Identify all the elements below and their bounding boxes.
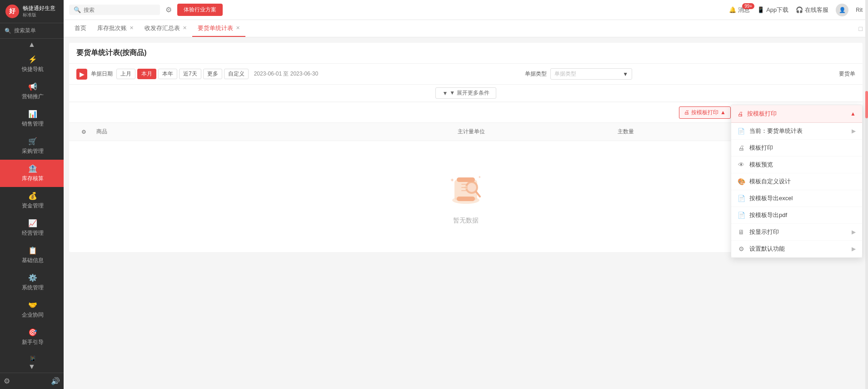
topbar-search-input[interactable] xyxy=(84,7,147,13)
sidebar-item-collab[interactable]: 🤝 企业协同 xyxy=(0,296,64,323)
sidebar-item-label: 企业协同 xyxy=(22,311,44,319)
type-select[interactable]: 单据类型 ▼ xyxy=(550,68,632,80)
headset-icon: 🎧 xyxy=(796,6,803,13)
dropdown-template-custom[interactable]: 🎨 模板自定义设计 xyxy=(731,173,862,190)
sidebar-item-finance[interactable]: 💰 资金管理 xyxy=(0,187,64,214)
username[interactable]: Rit xyxy=(856,7,863,13)
close-order-summary-tab[interactable]: ✕ xyxy=(236,25,240,31)
expand-more-button[interactable]: ▼ ▼ 展开更多条件 xyxy=(435,87,496,99)
sidebar-nav: ⚡ 快捷导航 📢 营销推广 📊 销售管理 🛒 采购管理 🏦 库存核算 💰 资金管… xyxy=(0,51,64,361)
sidebar-item-quick-nav[interactable]: ⚡ 快捷导航 xyxy=(0,51,64,78)
set-default-arrow: ▶ xyxy=(852,246,856,252)
trial-button[interactable]: 体验行业方案 xyxy=(177,4,223,16)
sidebar-item-basics[interactable]: 📋 基础信息 xyxy=(0,242,64,269)
app-download-label: App下载 xyxy=(766,6,788,14)
sidebar-search-label: 搜索菜单 xyxy=(14,27,36,35)
dropdown-export-pdf[interactable]: 📄 按模板导出pdf xyxy=(731,207,862,224)
template-print-icon: 🖨 xyxy=(738,144,745,152)
template-preview-label: 模板预览 xyxy=(749,161,773,169)
tab-order-summary[interactable]: 要货单统计表 ✕ xyxy=(192,20,245,37)
online-service-link[interactable]: 🎧 在线客服 xyxy=(796,6,828,14)
date-prev-month[interactable]: 上月 xyxy=(116,69,135,79)
export-pdf-label: 按模板导出pdf xyxy=(749,211,787,219)
col-settings[interactable]: ⚙ xyxy=(75,129,93,135)
tab-order-summary-label: 要货单统计表 xyxy=(198,24,233,32)
template-print-label: 模板打印 xyxy=(749,144,773,152)
date-range-display: 2023-06-01 至 2023-06-30 xyxy=(254,70,318,78)
sidebar-item-inventory[interactable]: 🏦 库存核算 xyxy=(0,160,64,187)
settings-footer-icon[interactable]: ⚙ xyxy=(4,377,10,385)
dropdown-current-item[interactable]: 📄 当前：要货单统计表 ▶ xyxy=(731,123,862,140)
dropdown-template-preview[interactable]: 👁 模板预览 xyxy=(731,157,862,173)
template-preview-icon: 👁 xyxy=(738,161,745,168)
col-unit: 主计量单位 xyxy=(394,128,549,136)
print-button[interactable]: 🖨 按模板打印 ▲ xyxy=(679,106,731,119)
app-download-link[interactable]: 📱 App下载 xyxy=(757,6,788,14)
yh-filter-label: 要货单 xyxy=(839,70,855,78)
right-scrollbar[interactable] xyxy=(865,0,868,389)
sidebar-item-system[interactable]: ⚙️ 系统管理 xyxy=(0,269,64,296)
template-custom-icon: 🎨 xyxy=(738,178,745,185)
sidebar-item-label: 基础信息 xyxy=(22,257,44,264)
tab-inventory-batch[interactable]: 库存批次账 ✕ xyxy=(92,20,139,37)
settings-col-icon: ⚙ xyxy=(81,129,86,135)
date-more[interactable]: 更多 xyxy=(203,69,222,79)
phone-icon: 📱 xyxy=(757,6,764,13)
sidebar-item-purchase[interactable]: 🛒 采购管理 xyxy=(0,132,64,160)
sidebar-item-guide[interactable]: 🎯 新手引导 xyxy=(0,323,64,351)
topbar: 🔍 ⚙ 体验行业方案 🔔 消息 99+ 📱 App下载 🎧 在线客服 👤 Rit xyxy=(64,0,868,20)
filter-expand-button[interactable]: ▶ xyxy=(76,69,87,80)
sidebar-logo: 好 畅捷通好生意 标准版 xyxy=(0,0,64,23)
date-last-7-days[interactable]: 近7天 xyxy=(179,69,201,79)
sidebar-item-label: 快捷导航 xyxy=(22,66,44,73)
date-current-year[interactable]: 本年 xyxy=(158,69,177,79)
date-buttons: 上月 本月 本年 近7天 更多 自定义 xyxy=(116,69,249,79)
dropdown-display-print[interactable]: 🖥 按显示打印 ▶ xyxy=(731,224,862,241)
tab-expand-icon[interactable]: □ xyxy=(859,25,863,32)
page-title: 要货单统计表(按商品) xyxy=(76,48,855,58)
marketing-icon: 📢 xyxy=(28,82,37,91)
notification-button[interactable]: 🔔 消息 99+ xyxy=(729,6,750,14)
scrollbar-thumb[interactable] xyxy=(865,91,868,118)
topbar-search-container[interactable]: 🔍 xyxy=(69,5,160,15)
page-content-area: 要货单统计表(按商品) ▶ 单据日期 上月 本月 本年 近7天 更多 自定义 2… xyxy=(64,37,868,389)
sidebar-scroll-up[interactable]: ▲ xyxy=(0,39,64,51)
type-filter-label: 单据类型 xyxy=(525,70,547,78)
date-filter-label: 单据日期 xyxy=(91,70,113,78)
sales-icon: 📊 xyxy=(28,110,37,118)
audio-footer-icon[interactable]: 🔊 xyxy=(51,377,60,385)
dropdown-template-print[interactable]: 🖨 模板打印 xyxy=(731,140,862,157)
expand-more-section: ▼ ▼ 展开更多条件 xyxy=(69,84,863,101)
sidebar-item-sales[interactable]: 📊 销售管理 xyxy=(0,105,64,132)
close-receipt-summary-tab[interactable]: ✕ xyxy=(183,25,187,31)
type-select-placeholder: 单据类型 xyxy=(554,70,621,78)
sidebar-scroll-down[interactable]: ▼ xyxy=(0,361,64,373)
sidebar-item-apps[interactable]: 📱 应用中心 xyxy=(0,351,64,361)
dropdown-set-default[interactable]: ⚙ 设置默认功能 ▶ xyxy=(731,241,862,258)
topbar-gear-icon[interactable]: ⚙ xyxy=(165,5,172,14)
topbar-right: 🔔 消息 99+ 📱 App下载 🎧 在线客服 👤 Rit xyxy=(729,4,863,16)
printer-dropdown-icon: 🖨 xyxy=(738,111,743,117)
sidebar-search[interactable]: 🔍 搜索菜单 xyxy=(0,23,64,39)
finance-icon: 💰 xyxy=(28,192,37,200)
topbar-search-icon: 🔍 xyxy=(74,6,81,13)
dropdown-collapse-icon[interactable]: ▲ xyxy=(850,111,856,117)
export-pdf-icon: 📄 xyxy=(738,212,745,219)
sidebar-item-operations[interactable]: 📈 经营管理 xyxy=(0,214,64,242)
tab-home[interactable]: 首页 xyxy=(69,20,92,37)
sidebar-item-label: 系统管理 xyxy=(22,284,44,292)
close-inventory-batch-tab[interactable]: ✕ xyxy=(130,25,134,31)
notification-badge: 99+ xyxy=(742,3,754,9)
bell-icon: 🔔 xyxy=(729,6,736,13)
sidebar-item-marketing[interactable]: 📢 营销推广 xyxy=(0,78,64,105)
col-qty: 主数量 xyxy=(549,128,703,136)
online-service-label: 在线客服 xyxy=(805,6,828,14)
date-custom[interactable]: 自定义 xyxy=(224,69,249,79)
sidebar-footer: ⚙ 🔊 xyxy=(0,373,64,389)
sidebar: 好 畅捷通好生意 标准版 🔍 搜索菜单 ▲ ⚡ 快捷导航 📢 营销推广 📊 销售… xyxy=(0,0,64,389)
date-current-month[interactable]: 本月 xyxy=(137,69,156,79)
dropdown-export-excel[interactable]: 📄 按模板导出excel xyxy=(731,190,862,207)
tabs-bar: 首页 库存批次账 ✕ 收发存汇总表 ✕ 要货单统计表 ✕ □ xyxy=(64,20,868,37)
tab-receipt-summary[interactable]: 收发存汇总表 ✕ xyxy=(139,20,192,37)
arrow-right-icon: ▶ xyxy=(852,128,856,134)
